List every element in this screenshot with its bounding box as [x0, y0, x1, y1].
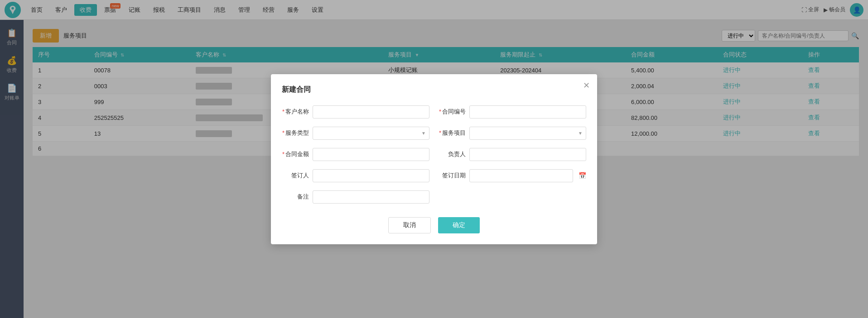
signer-label: 签订人: [282, 171, 309, 180]
modal-close-button[interactable]: ✕: [583, 81, 590, 90]
contract-no-label: *合同编号: [439, 108, 466, 116]
service-type-label: *服务类型: [282, 129, 309, 137]
form-group-service-item: *服务项目 ▼: [439, 127, 586, 140]
form-group-contract-amount: *合同金额 0.00: [282, 148, 429, 161]
responsible-person-label: 负责人: [439, 150, 466, 158]
contract-amount-label: *合同金额: [282, 150, 309, 158]
service-type-select[interactable]: [313, 127, 429, 140]
form-row-2: *服务类型 ▼ *服务项目 ▼: [282, 127, 586, 140]
form-group-responsible: 负责人: [439, 148, 586, 161]
form-group-sign-date: 签订日期 2023-06-06 📅: [439, 169, 586, 182]
form-row-5: 备注: [282, 190, 586, 204]
service-item-label: *服务项目: [439, 129, 466, 137]
form-group-remarks: 备注: [282, 190, 429, 204]
sign-date-label: 签订日期: [439, 171, 466, 180]
form-group-service-type: *服务类型 ▼: [282, 127, 429, 140]
cancel-button[interactable]: 取消: [388, 217, 431, 233]
form-row-1: *客户名称 *合同编号: [282, 105, 586, 119]
signer-input[interactable]: [313, 169, 429, 182]
modal-overlay[interactable]: 新建合同 ✕ *客户名称 *合同编号 *服务类型: [0, 0, 868, 318]
sign-date-input[interactable]: 2023-06-06: [469, 169, 573, 182]
form-group-client-name: *客户名称: [282, 105, 429, 119]
form-group-contract-no: *合同编号: [439, 105, 586, 119]
service-item-select-wrap: ▼: [469, 127, 586, 140]
service-item-select[interactable]: [469, 127, 586, 140]
confirm-button[interactable]: 确定: [438, 217, 480, 233]
client-name-label: *客户名称: [282, 108, 309, 116]
form-group-signer: 签订人: [282, 169, 429, 182]
contract-no-input[interactable]: [469, 105, 586, 119]
remarks-label: 备注: [282, 193, 309, 201]
modal-title: 新建合同: [282, 85, 586, 95]
modal-footer: 取消 确定: [282, 217, 586, 233]
calendar-icon[interactable]: 📅: [579, 172, 586, 179]
contract-amount-input[interactable]: 0.00: [313, 148, 429, 161]
new-contract-modal: 新建合同 ✕ *客户名称 *合同编号 *服务类型: [271, 74, 597, 244]
service-type-select-wrap: ▼: [313, 127, 429, 140]
responsible-person-input[interactable]: [469, 148, 586, 161]
client-name-input[interactable]: [313, 105, 429, 119]
form-row-4: 签订人 签订日期 2023-06-06 📅: [282, 169, 586, 182]
form-row-3: *合同金额 0.00 负责人: [282, 148, 586, 161]
remarks-input[interactable]: [313, 190, 429, 204]
